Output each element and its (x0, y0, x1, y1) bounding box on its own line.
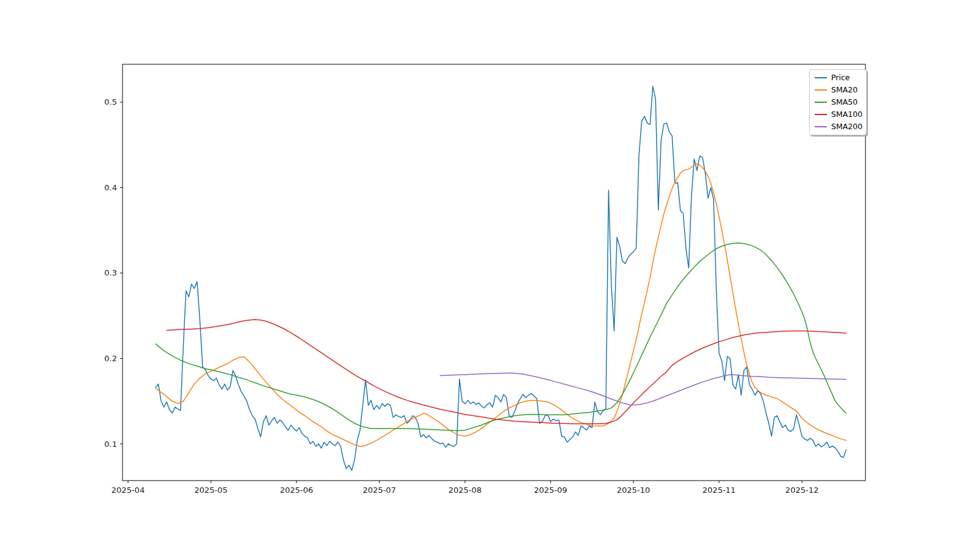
legend-label: SMA100 (831, 110, 862, 119)
price-line-swatch-icon (815, 77, 827, 78)
y-tick-label: 0.4 (104, 183, 117, 192)
x-tick-label: 2025-04 (111, 485, 145, 495)
legend-item-price: Price (815, 73, 861, 82)
series-line-sma20 (156, 163, 846, 446)
legend-label: Price (831, 73, 850, 82)
x-tick-label: 2025-12 (785, 485, 818, 495)
sma50-line-swatch-icon (815, 102, 827, 103)
x-tick-label: 2025-08 (448, 485, 481, 495)
matplotlib-figure: 2025-042025-052025-062025-072025-082025-… (0, 0, 980, 551)
legend-item-sma50: SMA50 (815, 98, 861, 107)
sma100-line-swatch-icon (815, 114, 827, 115)
series-line-price (156, 86, 846, 470)
y-tick-label: 0.5 (104, 97, 117, 107)
plot-spines (123, 64, 865, 481)
legend-item-sma100: SMA100 (815, 110, 861, 119)
y-tick-label: 0.2 (104, 354, 117, 363)
legend: Price SMA20 SMA50 SMA100 SMA200 (809, 69, 867, 135)
legend-item-sma20: SMA20 (815, 86, 861, 94)
x-tick-label: 2025-11 (703, 485, 736, 495)
legend-item-sma200: SMA200 (815, 122, 861, 131)
legend-label: SMA50 (831, 98, 858, 107)
x-tick-label: 2025-05 (194, 485, 227, 495)
legend-label: SMA20 (831, 86, 858, 94)
series-line-sma50 (156, 243, 846, 430)
series-line-sma200 (440, 373, 846, 405)
x-tick-label: 2025-09 (534, 485, 567, 495)
x-tick-label: 2025-06 (280, 485, 313, 495)
sma200-line-swatch-icon (815, 126, 827, 127)
legend-label: SMA200 (831, 122, 862, 131)
x-tick-label: 2025-10 (617, 485, 650, 495)
x-tick-label: 2025-07 (363, 485, 396, 495)
y-tick-label: 0.3 (104, 268, 117, 277)
y-tick-label: 0.1 (104, 440, 117, 449)
sma20-line-swatch-icon (815, 89, 827, 91)
